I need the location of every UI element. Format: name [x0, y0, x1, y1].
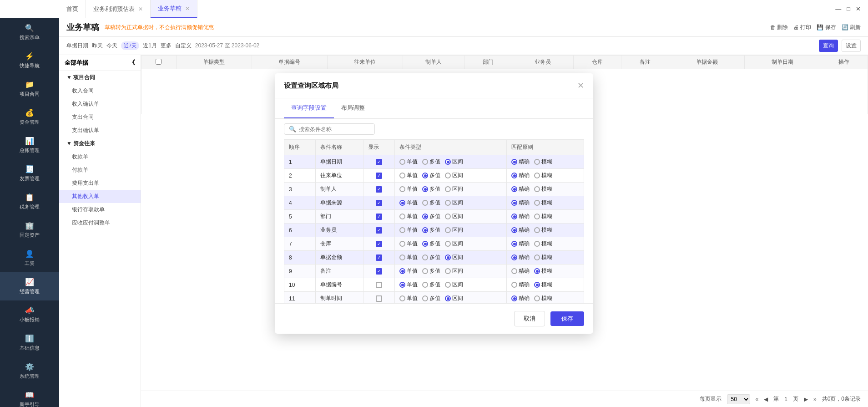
- checkbox-2[interactable]: ✓: [376, 173, 382, 179]
- sidebar-item-search[interactable]: 🔍 搜索亲单: [0, 18, 59, 46]
- row-type-11[interactable]: 单值多值区间: [395, 292, 507, 304]
- row-show-4[interactable]: ✓: [363, 196, 395, 210]
- sidebar-item-quicknav[interactable]: ⚡ 快捷导航: [0, 46, 59, 75]
- tab-draft[interactable]: 业务草稿 ✕: [151, 0, 197, 18]
- sidebar-item-project[interactable]: 📁 项目合同: [0, 75, 59, 103]
- tree-item-income-contract[interactable]: 收入合同: [59, 84, 141, 97]
- checkbox-6[interactable]: ✓: [376, 227, 382, 234]
- sidebar-item-management[interactable]: 📈 经营管理: [0, 272, 59, 300]
- checkbox-1[interactable]: ✓: [376, 159, 382, 165]
- row-type-5[interactable]: 单值多值区间: [395, 210, 507, 224]
- row-match-3[interactable]: 精确模糊: [507, 183, 584, 196]
- row-match-1[interactable]: 精确模糊: [507, 155, 584, 169]
- per-page-select[interactable]: 50 100: [727, 394, 750, 404]
- checkbox-7[interactable]: ✓: [376, 241, 382, 247]
- modal-tab-query[interactable]: 查询字段设置: [284, 98, 334, 118]
- row-type-2[interactable]: 单值多值区间: [395, 169, 507, 183]
- delete-btn[interactable]: 🗑 删除: [770, 24, 788, 31]
- print-btn[interactable]: 🖨 打印: [793, 24, 811, 31]
- date-opt-custom[interactable]: 自定义: [175, 42, 192, 50]
- collapse-icon[interactable]: 《: [129, 59, 135, 67]
- tree-item-adjust[interactable]: 应收应付调整单: [59, 216, 141, 229]
- cancel-button[interactable]: 取消: [514, 311, 545, 326]
- row-type-8[interactable]: 单值多值区间: [395, 251, 507, 265]
- tree-item-receipt[interactable]: 收款单: [59, 150, 141, 163]
- checkbox-5[interactable]: ✓: [376, 214, 382, 220]
- row-match-6[interactable]: 精确模糊: [507, 224, 584, 237]
- row-show-10[interactable]: [363, 278, 395, 292]
- sidebar-item-guide[interactable]: 📖 新手引导: [0, 385, 59, 407]
- next-page-btn[interactable]: ▶: [804, 396, 808, 402]
- row-match-10[interactable]: 精确模糊: [507, 278, 584, 292]
- row-type-3[interactable]: 单值多值区间: [395, 183, 507, 196]
- date-opt-today[interactable]: 今天: [106, 42, 117, 50]
- tree-item-income-confirm[interactable]: 收入确认单: [59, 97, 141, 111]
- tree-item-other-income[interactable]: 其他收入单: [59, 190, 141, 203]
- row-show-6[interactable]: ✓: [363, 224, 395, 237]
- tab-profit[interactable]: 业务利润预估表 ✕: [86, 0, 151, 18]
- sidebar-item-salary[interactable]: 👤 工资: [0, 244, 59, 272]
- date-opt-yesterday[interactable]: 昨天: [92, 42, 103, 50]
- tree-item-expense-order[interactable]: 费用支出单: [59, 177, 141, 190]
- date-opt-more[interactable]: 更多: [161, 42, 172, 50]
- sidebar-item-expense[interactable]: 📣 小畅报销: [0, 300, 59, 329]
- sidebar-item-basic[interactable]: ℹ️ 基础信息: [0, 329, 59, 357]
- checkbox-4[interactable]: ✓: [376, 200, 382, 206]
- row-type-4[interactable]: 单值多值区间: [395, 196, 507, 210]
- row-type-1[interactable]: 单值多值区间: [395, 155, 507, 169]
- save-button[interactable]: 保存: [550, 311, 584, 326]
- row-show-2[interactable]: ✓: [363, 169, 395, 183]
- row-match-4[interactable]: 精确模糊: [507, 196, 584, 210]
- tab-draft-close[interactable]: ✕: [185, 5, 190, 12]
- row-match-9[interactable]: 精确模糊: [507, 265, 584, 278]
- row-show-11[interactable]: [363, 292, 395, 304]
- tab-profit-close[interactable]: ✕: [138, 6, 143, 12]
- refresh-btn[interactable]: 🔄 刷新: [842, 24, 861, 31]
- checkbox-9[interactable]: ✓: [376, 268, 382, 275]
- row-show-1[interactable]: ✓: [363, 155, 395, 169]
- date-opt-7days[interactable]: 近7天: [121, 41, 139, 50]
- select-all-checkbox[interactable]: [156, 59, 161, 65]
- last-page-btn[interactable]: »: [813, 396, 817, 402]
- row-type-9[interactable]: 单值多值区间: [395, 265, 507, 278]
- row-show-9[interactable]: ✓: [363, 265, 395, 278]
- row-type-6[interactable]: 单值多值区间: [395, 224, 507, 237]
- tree-item-expense-contract[interactable]: 支出合同: [59, 111, 141, 124]
- checkbox-3[interactable]: ✓: [376, 186, 382, 193]
- tree-item-bank[interactable]: 银行存取款单: [59, 203, 141, 216]
- row-show-5[interactable]: ✓: [363, 210, 395, 224]
- tab-home[interactable]: 首页: [59, 0, 86, 18]
- tree-item-payment[interactable]: 付款单: [59, 163, 141, 177]
- query-btn[interactable]: 查询: [819, 40, 838, 52]
- row-show-3[interactable]: ✓: [363, 183, 395, 196]
- sidebar-item-tax[interactable]: 📋 税务管理: [0, 188, 59, 216]
- row-match-7[interactable]: 精确模糊: [507, 237, 584, 251]
- row-match-5[interactable]: 精确模糊: [507, 210, 584, 224]
- tree-item-project-contract[interactable]: ▼ 项目合同: [59, 71, 141, 84]
- checkbox-11[interactable]: [376, 295, 382, 302]
- save-btn[interactable]: 💾 保存: [817, 24, 836, 31]
- row-match-8[interactable]: 精确模糊: [507, 251, 584, 265]
- sidebar-item-assets[interactable]: 🏢 固定资产: [0, 216, 59, 244]
- th-checkbox[interactable]: [141, 56, 177, 69]
- row-type-7[interactable]: 单值多值区间: [395, 237, 507, 251]
- tree-item-expense-confirm[interactable]: 支出确认单: [59, 124, 141, 137]
- row-match-2[interactable]: 精确模糊: [507, 169, 584, 183]
- close-btn[interactable]: ✕: [856, 5, 861, 12]
- tree-item-capital[interactable]: ▼ 资金往来: [59, 137, 141, 150]
- row-show-7[interactable]: ✓: [363, 237, 395, 251]
- checkbox-10[interactable]: [376, 282, 382, 288]
- search-input[interactable]: [299, 126, 370, 132]
- row-match-11[interactable]: 精确模糊: [507, 292, 584, 304]
- maximize-btn[interactable]: □: [847, 5, 850, 12]
- sidebar-item-system[interactable]: ⚙️ 系统管理: [0, 357, 59, 385]
- row-type-10[interactable]: 单值多值区间: [395, 278, 507, 292]
- modal-close-btn[interactable]: ✕: [577, 81, 584, 91]
- sidebar-item-invoice[interactable]: 🧾 发票管理: [0, 159, 59, 188]
- checkbox-8[interactable]: ✓: [376, 254, 382, 261]
- sidebar-item-finance[interactable]: 💰 资金管理: [0, 103, 59, 131]
- row-show-8[interactable]: ✓: [363, 251, 395, 265]
- modal-tab-layout[interactable]: 布局调整: [334, 98, 372, 118]
- first-page-btn[interactable]: «: [756, 396, 759, 402]
- date-opt-month[interactable]: 近1月: [143, 42, 157, 50]
